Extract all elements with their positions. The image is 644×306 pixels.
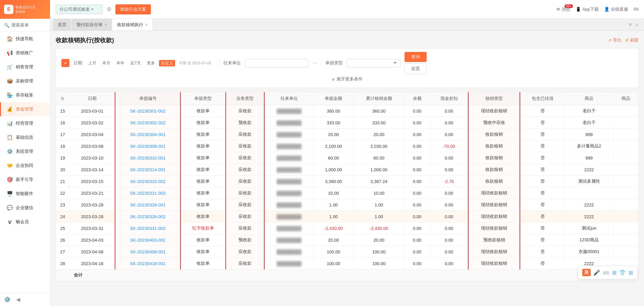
apps-icon[interactable]: ⊞ [629, 269, 633, 276]
query-btn[interactable]: 查询 [405, 52, 427, 62]
chevron-down-icon: ▾ [91, 7, 94, 12]
gear-icon[interactable]: ⚙ [107, 6, 111, 12]
bill-no-link[interactable]: SK-20230418-001 [130, 261, 166, 266]
window-controls: ✕ ⤢ [629, 22, 641, 27]
row-balance: 0.00 [405, 152, 430, 164]
bill-no-link[interactable]: SK-20230308-001 [130, 144, 166, 149]
table-settings-icon[interactable]: ⚙ [60, 96, 65, 101]
refresh-icon: ↺ [625, 38, 629, 43]
sidebar-item-quick-nav[interactable]: 🏠 快捷导航 [0, 32, 50, 46]
tab-writeoff[interactable]: 收款核销执行 × [112, 19, 152, 30]
bill-no-link[interactable]: SK-20230314-001 [130, 167, 166, 172]
this-year-btn[interactable]: 本年 [114, 60, 126, 67]
sidebar-item-sales[interactable]: 🛒 销售管理 [0, 60, 50, 74]
row-bill-no[interactable]: SK-20230418-001 [115, 258, 180, 269]
bill-no-link[interactable]: SK-20230301-002 [130, 109, 166, 114]
tab-home[interactable]: 首页 [53, 19, 71, 30]
grid-icon[interactable]: ⊞ [612, 269, 616, 276]
sidebar-search[interactable]: 🔍 搜索菜单 [0, 19, 50, 32]
row-bill-no[interactable]: SK-20230328-001 [115, 199, 180, 211]
row-bill-no[interactable]: SK-20230304-001 [115, 129, 180, 140]
sidebar-item-guide[interactable]: 🎯 新手引导 [0, 173, 50, 187]
row-bill-no[interactable]: SK-20230321-003 [115, 187, 180, 199]
blurred-text: ████████ [277, 167, 302, 172]
sidebar-item-system[interactable]: ⚙️ 系统管理 [0, 144, 50, 159]
message-btn[interactable]: ✉ 消息 99+ [556, 6, 570, 12]
row-bill-no[interactable]: SK-20230315-002 [115, 176, 180, 187]
more-btn[interactable]: 更多 [145, 60, 157, 67]
row-bill-no[interactable]: SK-20230403-002 [115, 234, 180, 246]
row-bill-no[interactable]: SK-20230328-002 [115, 211, 180, 223]
bill-no-link[interactable]: SK-20230302-002 [130, 120, 166, 125]
keyboard-icon[interactable]: ⌨️ [603, 269, 609, 276]
row-writeoff-type: 收款核销 [468, 152, 520, 164]
app-download-btn[interactable]: 📱 App下载 [576, 6, 599, 12]
row-writeoff-type: 收款核销 [468, 140, 520, 152]
topbar-right: ✉ 消息 99+ 📱 App下载 👤 在线客服 Rit [556, 6, 639, 12]
row-accumulated: 1.00 [353, 199, 405, 211]
bill-no-link[interactable]: SK-20230328-001 [130, 202, 166, 207]
tab-close-prepay[interactable]: × [105, 22, 107, 27]
bill-no-link[interactable]: SK-20230310-001 [130, 156, 166, 161]
bill-no-link[interactable]: SK-20230331-002 [130, 226, 166, 231]
sidebar-item-corp[interactable]: 🤝 企业协同 [0, 159, 50, 173]
row-bill-no[interactable]: SK-20230308-001 [115, 140, 180, 152]
brand-selector[interactable]: 分公司测试账套 ▾ [56, 5, 103, 14]
custom-btn[interactable]: 自定义 [159, 60, 175, 66]
sidebar-item-wechat[interactable]: 💬 企业微信 [0, 201, 50, 215]
this-month-btn[interactable]: 本月 [100, 60, 112, 67]
sidebar-item-inventory[interactable]: 🏪 库存核算 [0, 88, 50, 102]
collapse-icon[interactable]: ◀ [16, 296, 20, 303]
row-bill-no[interactable]: SK-20230302-002 [115, 117, 180, 129]
refresh-btn[interactable]: ↺ 刷新 [625, 37, 639, 43]
row-amount: 20.00 [314, 234, 353, 246]
user-name[interactable]: Rit [634, 7, 639, 12]
row-bill-no[interactable]: SK-20230408-001 [115, 246, 180, 258]
row-discount: 0.00 [430, 117, 468, 129]
settings-btn[interactable]: 设置 [405, 63, 427, 74]
filter-toggle-btn[interactable]: » [61, 59, 69, 67]
row-biz-type: 应收款 [226, 152, 264, 164]
counterparty-input[interactable] [245, 59, 309, 67]
settings-icon[interactable]: ⚙️ [4, 296, 11, 303]
bill-no-link[interactable]: SK-20230315-002 [130, 179, 166, 184]
row-bill-no[interactable]: SK-20230331-002 [115, 223, 180, 234]
row-date: 2023-04-08 [69, 246, 115, 258]
filter-action-btns: 查询 设置 [405, 52, 427, 74]
bill-no-link[interactable]: SK-20230321-003 [130, 191, 166, 196]
table-scroll[interactable]: ⚙ 日期 单据编号 单据类型 业务类型 往来单位 单据金额 累计核销金额 余额 … [56, 92, 638, 281]
sidebar-item-finance[interactable]: 💰 资金管理 [0, 102, 50, 116]
voucher-type-select[interactable] [347, 59, 400, 67]
row-bill-no[interactable]: SK-20230301-002 [115, 105, 180, 117]
row-bill-no[interactable]: SK-20230310-001 [115, 152, 180, 164]
table-row: 182023-03-08SK-20230308-001收款单应收款███████… [56, 140, 638, 152]
industry-btn[interactable]: 体验行业方案 [115, 4, 151, 14]
tab-close-writeoff[interactable]: × [145, 22, 148, 27]
sidebar-item-basic[interactable]: 📋 基础信息 [0, 130, 50, 144]
sidebar-item-member[interactable]: V 畅会员 [0, 215, 50, 229]
shirt-icon[interactable]: 👕 [619, 269, 626, 276]
mic-icon[interactable]: 🎤 [593, 269, 600, 276]
tab-prepay[interactable]: 预付款应付单 × [72, 19, 112, 30]
close-tab-icon[interactable]: ✕ [629, 22, 632, 27]
sidebar-item-purchase[interactable]: 📦 采购管理 [0, 74, 50, 88]
bill-no-link[interactable]: SK-20230328-002 [130, 214, 166, 219]
table-row: 152023-03-01SK-20230301-002收款单应收款███████… [56, 105, 638, 117]
col-gear[interactable]: ⚙ [56, 92, 69, 105]
expand-btn[interactable]: ∨ 展开更多条件 [332, 74, 363, 84]
maximize-icon[interactable]: ⤢ [635, 22, 639, 27]
row-bill-no[interactable]: SK-20230314-001 [115, 164, 180, 176]
bill-no-link[interactable]: SK-20230304-001 [130, 132, 166, 137]
sidebar-item-marketing[interactable]: 📢 营销推广 [0, 46, 50, 60]
more-options-btn[interactable]: ··· [313, 60, 317, 66]
bill-no-link[interactable]: SK-20230403-002 [130, 238, 166, 243]
export-btn[interactable]: ↗ 导出 [608, 37, 622, 43]
last-7days-btn[interactable]: 近7天 [128, 60, 143, 67]
row-biz-type: 应收款 [226, 258, 264, 269]
bill-no-link[interactable]: SK-20230408-001 [130, 249, 166, 254]
sidebar-item-operations[interactable]: 📊 经营管理 [0, 116, 50, 130]
main-area: 分公司测试账套 ▾ ⚙ 体验行业方案 ✉ 消息 99+ 📱 App下载 👤 在线… [50, 0, 644, 306]
last-month-btn[interactable]: 上月 [86, 60, 98, 67]
sidebar-item-hardware[interactable]: 🖥️ 智能硬件 [0, 187, 50, 201]
online-service-btn[interactable]: 👤 在线客服 [604, 6, 628, 12]
